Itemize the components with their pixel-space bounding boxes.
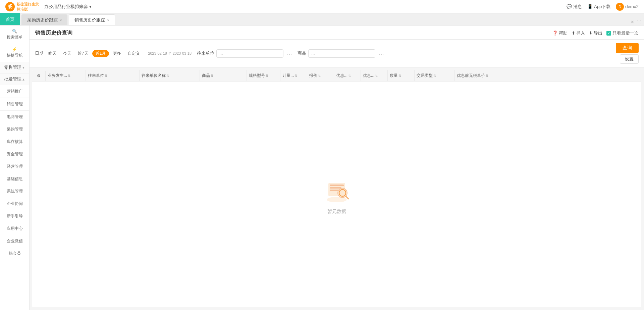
sidebar-section-retail[interactable]: 零售管理 ▼: [0, 62, 29, 73]
th-partner[interactable]: 往来单位 ⇅: [86, 70, 140, 81]
date-label: 日期: [35, 50, 44, 56]
date-filter-group: 日期 昨天 今天 近7天 近1月 更多 自定义: [35, 50, 143, 57]
sort-partner-icon: ⇅: [105, 74, 107, 78]
tab-sales-close[interactable]: ×: [107, 18, 109, 22]
tab-purchase-close[interactable]: ×: [60, 18, 62, 22]
empty-text: 暂元数据: [327, 209, 346, 215]
th-discount1[interactable]: 优惠... ⇅: [334, 70, 361, 81]
import-icon: ⬆: [572, 31, 575, 36]
product-dots[interactable]: …: [379, 50, 384, 56]
last-only-checkbox-label[interactable]: ✓ 只看最后一次: [606, 30, 639, 36]
th-qty[interactable]: 数量 ⇅: [388, 70, 415, 81]
date-btn-today[interactable]: 今天: [60, 50, 74, 57]
filter-bar: 日期 昨天 今天 近7天 近1月 更多 自定义 2023-02-18 至 202…: [30, 40, 644, 67]
sort-discount2-icon: ⇅: [375, 74, 378, 78]
th-partner-name[interactable]: 往来单位名称 ⇅: [140, 70, 200, 81]
sort-pretax-icon: ⇅: [486, 74, 488, 78]
sidebar-item-purchase[interactable]: 采购管理: [0, 123, 29, 136]
partner-input[interactable]: [216, 49, 283, 58]
th-spec[interactable]: 规格型号 ⇅: [247, 70, 280, 81]
sidebar-item-ecom[interactable]: 电商管理: [0, 111, 29, 123]
th-price[interactable]: 报价 ⇅: [307, 70, 334, 81]
tab-home[interactable]: 首页: [0, 13, 20, 25]
export-icon: ⬇: [589, 31, 593, 36]
close-window-icon[interactable]: ×: [631, 19, 634, 25]
svg-rect-2: [330, 185, 344, 186]
sort-discount1-icon: ⇅: [348, 74, 351, 78]
sidebar-item-search[interactable]: 🔍 搜索菜单: [0, 25, 29, 44]
date-buttons: 昨天 今天 近7天 近1月 更多 自定义: [46, 50, 143, 57]
date-btn-yesterday[interactable]: 昨天: [46, 50, 59, 57]
help-btn[interactable]: ❓ 帮助: [552, 30, 568, 36]
th-date[interactable]: 业务发生... ⇅: [46, 70, 86, 81]
tab-purchase[interactable]: 采购历史价跟踪 ×: [21, 14, 67, 25]
sidebar-item-corp[interactable]: 企业协同: [0, 198, 29, 210]
logo-icon: 畅: [5, 2, 15, 11]
fullscreen-icon[interactable]: ⛶: [637, 19, 641, 25]
date-btn-1month[interactable]: 近1月: [92, 50, 109, 57]
date-range-display: 2023-02-18 至 2023-03-18: [148, 51, 192, 56]
checkbox-checked-icon: ✓: [606, 31, 611, 36]
sidebar-item-base[interactable]: 基础信息: [0, 173, 29, 185]
page-header: 销售历史价查询 ❓ 帮助 ⬆ 导入 ⬇ 导出 ✓ 只看最后一次: [30, 25, 644, 40]
sidebar-item-finance[interactable]: 资金管理: [0, 148, 29, 160]
top-bar-left: 畅 畅捷通好生意 标准版 办公用品行业模拟账套 ▾: [5, 2, 94, 11]
sidebar-item-marketing[interactable]: 营销推广: [0, 85, 29, 98]
help-icon: ❓: [552, 31, 558, 36]
date-btn-custom[interactable]: 自定义: [125, 50, 143, 57]
content-area: 销售历史价查询 ❓ 帮助 ⬆ 导入 ⬇ 导出 ✓ 只看最后一次: [30, 25, 644, 310]
date-btn-more[interactable]: 更多: [110, 50, 124, 57]
tab-bar: 首页 采购历史价跟踪 × 销售历史价跟踪 × × ⛶: [0, 13, 644, 25]
empty-state: 暂元数据: [32, 82, 641, 307]
sidebar-item-guide[interactable]: 新手引导: [0, 210, 29, 222]
date-btn-last7[interactable]: 近7天: [75, 50, 91, 57]
sidebar-item-sales-mgmt[interactable]: 销售管理: [0, 98, 29, 111]
partner-dots[interactable]: …: [287, 50, 292, 56]
app-dropdown[interactable]: 办公用品行业模拟账套 ▾: [42, 4, 94, 10]
tab-sales[interactable]: 销售历史价跟踪 ×: [69, 14, 115, 25]
partner-label: 往来单位: [197, 50, 214, 56]
sidebar-item-corpwx[interactable]: 企业微信: [0, 235, 29, 247]
th-product[interactable]: 商品 ⇅: [200, 70, 247, 81]
partner-filter-group: 往来单位 …: [197, 49, 292, 58]
sort-qty-icon: ⇅: [398, 74, 401, 78]
sort-date-icon: ⇅: [68, 74, 70, 78]
query-button[interactable]: 查询: [616, 43, 639, 53]
import-btn[interactable]: ⬆ 导入: [572, 30, 585, 36]
message-icon: 💬: [567, 4, 572, 9]
logo-text: 畅捷通好生意 标准版: [17, 2, 39, 11]
th-trade[interactable]: 交易类型 ⇅: [415, 70, 455, 81]
svg-line-7: [346, 196, 348, 199]
chevron-down-icon: ▾: [89, 4, 92, 9]
th-gear[interactable]: ⚙: [32, 71, 46, 81]
search-icon: 🔍: [12, 29, 17, 34]
product-input[interactable]: [308, 49, 375, 58]
sidebar-section-wholesale[interactable]: 批发管理 ▲: [0, 73, 29, 85]
sidebar-item-appstore[interactable]: 应用中心: [0, 222, 29, 235]
app-download-btn[interactable]: 📱 App下载: [587, 4, 610, 10]
tab-bar-controls: × ⛶: [631, 19, 644, 25]
top-bar-right: 💬 消息 📱 App下载 D demo2: [567, 3, 639, 11]
svg-rect-3: [330, 187, 341, 189]
sidebar-item-system[interactable]: 系统管理: [0, 185, 29, 198]
setting-button[interactable]: 设置: [620, 54, 639, 64]
sidebar-item-inventory[interactable]: 库存核算: [0, 136, 29, 148]
export-btn[interactable]: ⬇ 导出: [589, 30, 602, 36]
sort-price-icon: ⇅: [318, 74, 321, 78]
th-unit[interactable]: 计量... ⇅: [280, 70, 307, 81]
sort-trade-icon: ⇅: [433, 74, 436, 78]
page-title: 销售历史价查询: [35, 30, 72, 37]
user-menu[interactable]: D demo2: [616, 3, 639, 11]
empty-illustration: [322, 174, 352, 205]
sidebar-item-vip[interactable]: 畅会员: [0, 247, 29, 260]
table-container: ⚙ 业务发生... ⇅ 往来单位 ⇅ 往来单位名称 ⇅ 商品 ⇅: [32, 70, 641, 307]
message-btn[interactable]: 💬 消息: [567, 4, 582, 10]
sort-partner-name-icon: ⇅: [166, 74, 169, 78]
sidebar-item-quicknav[interactable]: ⚡ 快捷导航: [0, 44, 29, 62]
top-bar: 畅 畅捷通好生意 标准版 办公用品行业模拟账套 ▾ 💬 消息 📱 App下载 D…: [0, 0, 644, 13]
th-discount2[interactable]: 优惠... ⇅: [361, 70, 388, 81]
svg-rect-4: [330, 190, 339, 191]
logo-area: 畅 畅捷通好生意 标准版: [5, 2, 39, 11]
sidebar-item-operation[interactable]: 经营管理: [0, 160, 29, 173]
th-pretax[interactable]: 优惠前无税单价 ⇅: [455, 70, 641, 81]
